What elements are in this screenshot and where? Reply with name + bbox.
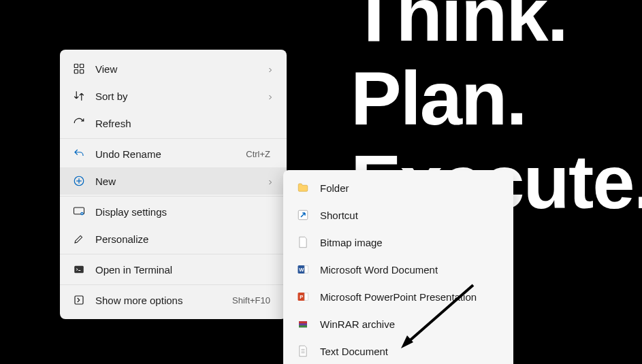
text-document-icon [297,345,309,357]
svg-rect-20 [299,321,307,323]
menu-label: Refresh [95,118,274,129]
svg-point-9 [82,213,83,214]
desktop-context-menu: View Sort by Refresh Undo Rename Ctrl+Z … [60,50,287,319]
submenu-item-powerpoint[interactable]: P Microsoft PowerPoint Presentation [283,283,513,310]
menu-item-sort-by[interactable]: Sort by [60,82,287,110]
submenu-label: Folder [320,182,349,194]
refresh-icon [72,116,86,130]
menu-label: Undo Rename [95,148,246,160]
submenu-item-shortcut[interactable]: Shortcut [283,201,513,229]
menu-label: Show more options [95,295,232,306]
chevron-right-icon [266,65,274,73]
submenu-label: Text Document [320,346,388,357]
submenu-item-winrar[interactable]: WinRAR archive [283,310,513,337]
folder-icon [297,182,309,194]
menu-shortcut: Shift+F10 [232,295,270,305]
menu-label: Personalize [95,233,274,245]
menu-label: Display settings [95,206,274,218]
bitmap-icon [297,236,309,248]
submenu-item-folder[interactable]: Folder [283,174,513,201]
submenu-label: Microsoft Word Document [320,264,438,276]
menu-label: View [95,63,266,75]
display-settings-icon [72,205,86,218]
shortcut-icon [297,209,309,221]
chevron-right-icon [266,92,274,100]
svg-rect-18 [304,293,308,301]
sort-icon [72,89,86,103]
submenu-label: Shortcut [320,210,358,221]
svg-rect-21 [299,325,307,327]
submenu-label: Bitmap image [320,237,383,248]
svg-rect-0 [74,64,78,67]
menu-label: Sort by [95,90,266,102]
menu-label: New [95,176,266,187]
powerpoint-icon: P [297,291,309,303]
show-more-icon [72,293,86,307]
new-submenu: Folder Shortcut Bitmap image W Microsoft… [283,170,513,364]
menu-item-show-more-options[interactable]: Show more options Shift+F10 [60,286,287,314]
menu-item-personalize[interactable]: Personalize [60,225,287,252]
menu-item-undo-rename[interactable]: Undo Rename Ctrl+Z [60,140,287,167]
new-icon [72,174,86,188]
submenu-item-word[interactable]: W Microsoft Word Document [283,256,513,283]
menu-item-display-settings[interactable]: Display settings [60,198,287,225]
svg-rect-3 [80,70,84,73]
submenu-item-bitmap[interactable]: Bitmap image [283,229,513,256]
svg-rect-15 [304,266,308,274]
personalize-icon [72,232,86,246]
submenu-label: WinRAR archive [320,318,395,330]
word-icon: W [297,263,309,276]
menu-label: Open in Terminal [95,264,274,276]
svg-rect-10 [74,266,84,274]
menu-item-open-terminal[interactable]: Open in Terminal [60,256,287,283]
svg-text:W: W [299,267,304,273]
chevron-right-icon [266,177,274,185]
winrar-icon [297,318,309,330]
menu-item-new[interactable]: New [60,167,287,195]
terminal-icon [72,263,86,276]
svg-rect-1 [80,64,84,67]
wallpaper-line-2: Plan. [351,56,642,140]
menu-item-view[interactable]: View [60,55,287,82]
menu-shortcut: Ctrl+Z [246,149,270,159]
submenu-item-text-document[interactable]: Text Document [283,337,513,364]
wallpaper-line-1: Think. [351,0,642,56]
svg-rect-2 [74,70,78,73]
submenu-label: Microsoft PowerPoint Presentation [320,291,477,303]
menu-item-refresh[interactable]: Refresh [60,110,287,137]
svg-text:P: P [300,294,303,300]
view-icon [72,62,86,76]
undo-icon [72,147,86,161]
